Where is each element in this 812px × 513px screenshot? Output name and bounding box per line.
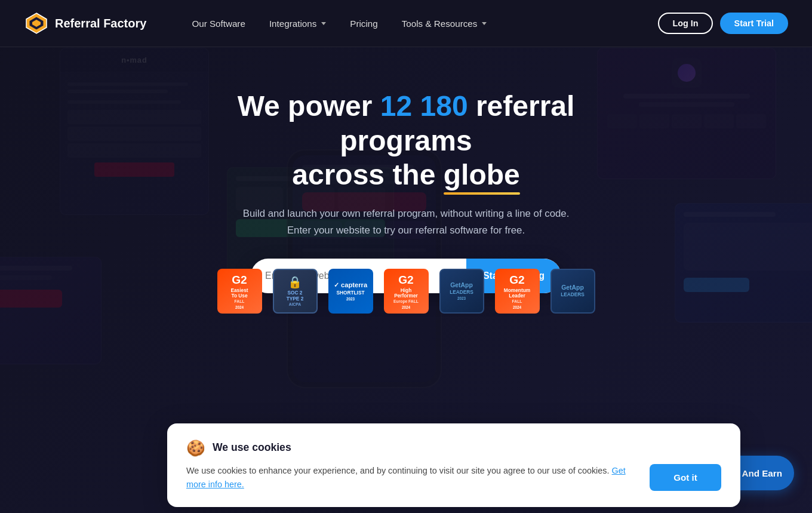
- nav-integrations[interactable]: Integrations: [260, 14, 336, 33]
- trial-button[interactable]: Start Trial: [720, 13, 788, 34]
- hero-title: We power 12 180 referral programsacross …: [197, 89, 615, 192]
- badge-getapp2: GetApp LEADERS: [550, 269, 595, 314]
- nav-actions: Log In Start Trial: [658, 13, 788, 34]
- getapp2-icon: GetApp: [561, 284, 584, 291]
- badge-soc2: 🔒 SOC 2TYPE 2 AICPA: [273, 269, 318, 314]
- nav-tools-resources[interactable]: Tools & Resources: [392, 14, 497, 33]
- nav-links: Our Software Integrations Pricing Tools …: [182, 14, 658, 33]
- login-button[interactable]: Log In: [658, 13, 712, 34]
- badge-getapp: GetApp LEADERS 2023: [439, 269, 484, 314]
- cookie-header: 🍪 We use cookies: [186, 439, 721, 457]
- soc2-icon: 🔒: [288, 275, 302, 289]
- cookie-title: We use cookies: [213, 441, 291, 454]
- cookie-got-it-button[interactable]: Got it: [650, 464, 721, 491]
- brand-name: Referral Factory: [55, 17, 146, 30]
- badges-row: G2 EasiestTo Use FALL 2024 🔒 SOC 2TYPE 2…: [0, 269, 812, 314]
- nav-our-software[interactable]: Our Software: [182, 14, 254, 33]
- tools-chevron-icon: [482, 22, 487, 25]
- logo-link[interactable]: Referral Factory: [24, 11, 146, 36]
- capterra-icon: ✓ capterra: [334, 281, 367, 289]
- cookie-text: We use cookies to enhance your experienc…: [186, 464, 638, 492]
- hero-globe: globe: [444, 158, 520, 192]
- g2-hp-icon: G2: [398, 274, 414, 287]
- integrations-chevron-icon: [321, 22, 326, 25]
- momentum-icon: G2: [509, 274, 525, 287]
- hero-count: 12 180: [380, 90, 468, 122]
- g2-easiest-icon: G2: [232, 274, 247, 287]
- badge-g2-easiest: G2 EasiestTo Use FALL 2024: [217, 269, 262, 314]
- logo-icon: [24, 11, 49, 36]
- cookie-icon: 🍪: [186, 439, 205, 457]
- hero-title-prefix: We power: [238, 90, 380, 122]
- cookie-body: We use cookies to enhance your experienc…: [186, 464, 721, 492]
- badge-capterra: ✓ capterra SHORTLIST 2023: [328, 269, 373, 314]
- nav-pricing[interactable]: Pricing: [340, 14, 387, 33]
- hero-subtitle: Build and launch your own referral progr…: [233, 205, 579, 239]
- navbar: Referral Factory Our Software Integratio…: [0, 0, 812, 47]
- badge-g2-hp: G2 HighPerformer Europe FALL 2024: [384, 269, 429, 314]
- getapp-icon: GetApp: [450, 282, 473, 288]
- hero-content: We power 12 180 referral programsacross …: [0, 47, 812, 293]
- cookie-banner: 🍪 We use cookies We use cookies to enhan…: [167, 423, 740, 507]
- badge-momentum: G2 MomentumLeader FALL 2024: [495, 269, 540, 314]
